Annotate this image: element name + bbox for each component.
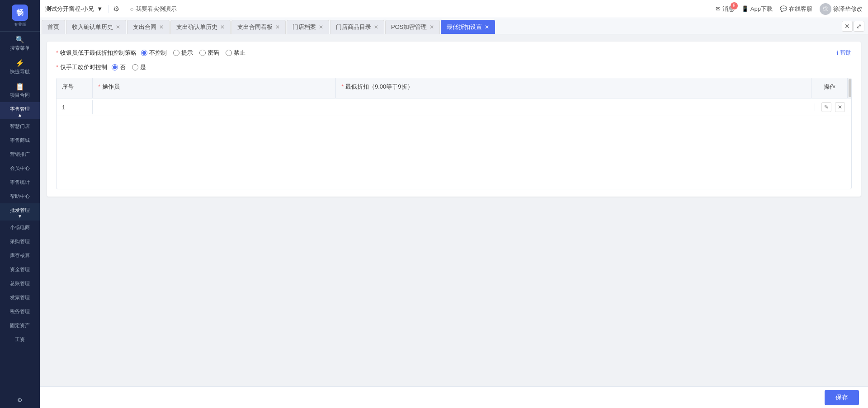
sidebar-item-marketing[interactable]: 营销推广 [0, 147, 40, 161]
save-button[interactable]: 保存 [825, 390, 859, 405]
messages-button[interactable]: ✉ 消息 8 [716, 5, 734, 13]
messages-badge: 8 [731, 2, 738, 9]
radio-forbid-input[interactable] [226, 50, 232, 56]
sidebar-item-label: 小畅电商 [10, 224, 30, 231]
demo-link[interactable]: ○ 我要看实例演示 [130, 5, 711, 13]
sidebar-item-ecommerce[interactable]: 小畅电商 [0, 220, 40, 234]
sidebar-item-member[interactable]: 会员中心 [0, 161, 40, 175]
th-actions: 操作 [811, 78, 848, 98]
close-icon[interactable]: ✕ [220, 24, 225, 30]
sidebar-item-search[interactable]: 🔍 搜索菜单 [0, 32, 40, 55]
online-service-button[interactable]: 💬 在线客服 [780, 5, 812, 13]
tab-label: 首页 [47, 23, 59, 31]
close-icon[interactable]: ✕ [429, 24, 434, 30]
chevron-down-icon: ▼ [18, 214, 22, 219]
sidebar-item-help[interactable]: 帮助中心 [0, 189, 40, 203]
tab-store-products[interactable]: 门店商品目录 ✕ [330, 20, 384, 34]
scroll-thumb[interactable] [849, 79, 851, 97]
tab-label: 最低折扣设置 [447, 23, 482, 31]
project-icon: 📋 [15, 82, 24, 91]
settings-icon: ⚙ [17, 397, 23, 403]
sidebar-item-retail-stats[interactable]: 零售统计 [0, 175, 40, 189]
close-icon[interactable]: ✕ [116, 24, 120, 30]
radio-yes-input[interactable] [132, 64, 138, 70]
radio-no-control[interactable]: 不控制 [141, 49, 167, 57]
sidebar-item-label: 发票管理 [10, 294, 30, 301]
close-icon[interactable]: ✕ [275, 24, 280, 30]
sidebar-item-fixed-assets[interactable]: 固定资产 [0, 319, 40, 333]
radio-password[interactable]: 密码 [199, 49, 219, 57]
help-link[interactable]: ℹ 帮助 [836, 49, 852, 57]
chevron-down-icon: ▼ [97, 5, 103, 12]
sidebar-item-label: 营销推广 [10, 151, 30, 158]
topbar: 测试分开窗程-小兄 ▼ ⚙ ○ 我要看实例演示 ✉ 消息 8 📱 App下载 💬… [40, 0, 868, 18]
cashier-policy-label: 收银员低于最低折扣控制策略 [56, 49, 137, 57]
main-area: 测试分开窗程-小兄 ▼ ⚙ ○ 我要看实例演示 ✉ 消息 8 📱 App下载 💬… [40, 0, 868, 408]
app-download-button[interactable]: 📱 App下载 [741, 5, 773, 13]
tabbar: 首页 收入确认单历史 ✕ 支出合同 ✕ 支出确认单历史 ✕ 支出合同看板 ✕ 门… [40, 18, 868, 34]
th-operator: 操作员 [93, 78, 336, 98]
radio-yes-label: 是 [140, 63, 146, 71]
td-actions: ✎ ✕ [815, 98, 851, 116]
sidebar-item-invoice[interactable]: 发票管理 [0, 291, 40, 305]
tab-payment-confirm-history[interactable]: 支出确认单历史 ✕ [170, 20, 231, 34]
tabbar-controls: ✕ ⤢ [842, 21, 868, 32]
sidebar-item-salary[interactable]: 工资 [0, 333, 40, 347]
tab-store-file[interactable]: 门店档案 ✕ [287, 20, 329, 34]
tab-label: 门店档案 [292, 23, 316, 31]
tab-min-discount[interactable]: 最低折扣设置 ✕ [441, 20, 495, 34]
bottom-toolbar: 保存 [40, 386, 868, 408]
message-icon: ✉ [716, 5, 721, 12]
sidebar-item-wholesale[interactable]: 批发管理 ▼ [0, 203, 40, 220]
radio-no-control-input[interactable] [141, 50, 147, 56]
radio-no-input[interactable] [112, 64, 118, 70]
tab-label: POS加密管理 [391, 23, 427, 31]
radio-no-label: 否 [120, 63, 126, 71]
td-seq: 1 [57, 100, 93, 114]
sidebar-item-inventory[interactable]: 库存核算 [0, 249, 40, 263]
table-scrollbar [848, 78, 851, 98]
close-icon[interactable]: ✕ [485, 24, 489, 30]
tab-close-button[interactable]: ✕ [842, 21, 853, 32]
radio-prompt-input[interactable] [173, 50, 179, 56]
sidebar-item-quicknav[interactable]: ⚡ 快捷导航 [0, 55, 40, 79]
user-name: 徐泽华修改 [833, 5, 863, 13]
sidebar-item-retail[interactable]: 零售管理 ▲ [0, 102, 40, 119]
sidebar-item-finance[interactable]: 资金管理 [0, 263, 40, 277]
demo-text: 我要看实例演示 [136, 5, 177, 13]
topbar-settings-button[interactable]: ⚙ [113, 5, 125, 13]
sidebar-item-retail-mall[interactable]: 零售商城 [0, 133, 40, 147]
project-name: 测试分开窗程-小兄 [45, 5, 94, 13]
sidebar-item-project[interactable]: 📋 项目合同 [0, 79, 40, 102]
sidebar-item-ledger[interactable]: 总账管理 [0, 277, 40, 291]
sidebar-item-label: 工资 [15, 336, 25, 343]
tab-home[interactable]: 首页 [42, 20, 65, 34]
radio-prompt[interactable]: 提示 [173, 49, 193, 57]
sidebar-item-label: 智慧门店 [10, 123, 30, 130]
tab-income-history[interactable]: 收入确认单历史 ✕ [66, 20, 126, 34]
th-min-discount: 最低折扣（9.00等于9折） [336, 78, 811, 98]
sidebar-settings[interactable]: ⚙ [0, 392, 40, 408]
manual-price-row: 仅手工改价时控制 否 是 [56, 63, 852, 71]
logo-icon: 畅 [12, 5, 28, 21]
user-menu[interactable]: 徐 徐泽华修改 [820, 3, 863, 15]
radio-password-input[interactable] [199, 50, 206, 56]
tab-pos-password[interactable]: POS加密管理 ✕ [385, 20, 440, 34]
close-icon[interactable]: ✕ [159, 24, 164, 30]
sidebar-item-label: 搜索菜单 [10, 45, 30, 52]
edit-button[interactable]: ✎ [821, 102, 831, 112]
close-icon[interactable]: ✕ [319, 24, 323, 30]
tab-expand-button[interactable]: ⤢ [854, 21, 864, 32]
delete-button[interactable]: ✕ [835, 102, 845, 112]
radio-no[interactable]: 否 [112, 63, 126, 71]
radio-forbid[interactable]: 禁止 [226, 49, 245, 57]
project-selector[interactable]: 测试分开窗程-小兄 ▼ [45, 5, 108, 13]
sidebar-item-tax[interactable]: 税务管理 [0, 305, 40, 319]
tab-payment-contract-board[interactable]: 支出合同看板 ✕ [231, 20, 286, 34]
close-icon[interactable]: ✕ [374, 24, 378, 30]
sidebar-item-smart-store[interactable]: 智慧门店 [0, 119, 40, 133]
sidebar-item-purchase[interactable]: 采购管理 [0, 234, 40, 249]
td-operator [93, 103, 337, 111]
tab-payment-contract[interactable]: 支出合同 ✕ [127, 20, 170, 34]
radio-yes[interactable]: 是 [132, 63, 146, 71]
